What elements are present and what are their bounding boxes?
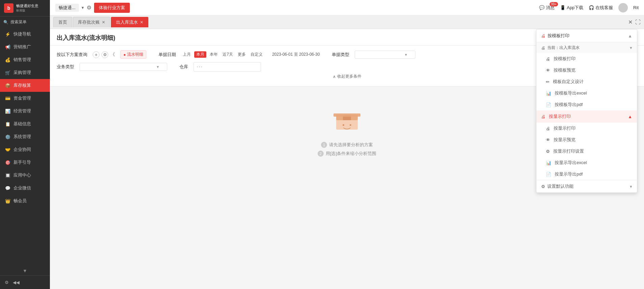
sidebar-item-quick-nav[interactable]: ⚡ 快捷导航 <box>0 28 50 41</box>
tab-batch[interactable]: 库存批次账 ✕ <box>73 17 110 27</box>
sidebar-item-label: 营销推广 <box>13 44 31 50</box>
main-content: 畅捷通... ▾ ⚙ 体验行业方案 💬 消息 99+ 📱 App下载 🎧 在线客… <box>50 0 644 289</box>
finance-icon: 💳 <box>5 95 11 101</box>
inventory-icon: 📦 <box>5 82 11 88</box>
sidebar-item-label: 资金管理 <box>13 95 31 101</box>
current-template-arrow: ▾ <box>630 45 632 50</box>
sidebar-item-inventory[interactable]: 📦 库存核算 <box>0 79 50 92</box>
tab-home-label: 首页 <box>58 19 67 25</box>
sidebar-collapse-icon[interactable]: ◀◀ <box>13 280 20 285</box>
sidebar-settings-icon[interactable]: ⚙ <box>5 280 9 285</box>
msg-btn[interactable]: 💬 消息 99+ <box>539 5 555 11</box>
dropdown-item-template-preview[interactable]: 👁 按模板预览 <box>536 64 637 76</box>
service-label: 在线客服 <box>595 5 613 11</box>
sales-icon: 💰 <box>5 57 11 63</box>
sidebar-item-finance[interactable]: 💳 资金管理 <box>0 92 50 105</box>
tab-batch-close[interactable]: ✕ <box>102 20 105 25</box>
sidebar-item-wechat[interactable]: 💬 企业微信 <box>0 182 50 194</box>
app-icon: 📱 <box>560 5 565 10</box>
sidebar-item-marketing[interactable]: 📢 营销推广 <box>0 41 50 53</box>
dropdown-item-display-pdf[interactable]: 📄 按显示导出pdf <box>536 168 637 180</box>
template-customize-label: 模板自定义设计 <box>553 79 584 85</box>
sidebar-item-purchase[interactable]: 🛒 采购管理 <box>0 66 50 79</box>
date-shortcut-7days[interactable]: 近7天 <box>221 51 234 58</box>
current-label: 当前：出入库流水 <box>547 45 580 51</box>
filter-settings-btn[interactable]: ⚙ <box>101 51 108 58</box>
template-excel-icon: 📊 <box>546 91 551 96</box>
dropdown-header: 🖨 按模板打印 ▲ <box>536 29 637 43</box>
dropdown-item-template-pdf[interactable]: 📄 按模板导出pdf <box>536 99 637 110</box>
dropdown-display-section-header[interactable]: 🖨 按显示打印 ▲ <box>536 110 637 123</box>
sidebar-item-label: 采购管理 <box>13 70 31 76</box>
sidebar-logo: b 畅捷通好生意 标准版 <box>0 0 50 17</box>
template-print-icon: 🖨 <box>546 56 550 61</box>
sidebar-item-label: 企业协同 <box>13 147 31 153</box>
user-name-display[interactable]: Rit <box>633 5 639 10</box>
date-shortcut-this-year[interactable]: 本年 <box>208 51 219 58</box>
dropdown-item-display-preview[interactable]: 👁 按显示预览 <box>536 134 637 146</box>
sidebar-search[interactable]: 🔍 搜索菜单 <box>0 17 50 28</box>
display-section-icon: 🖨 <box>541 114 546 119</box>
date-shortcut-this-month[interactable]: 本月 <box>194 51 206 58</box>
footer-text: ⚙ 设置默认功能 <box>541 183 574 189</box>
svg-point-5 <box>350 124 351 126</box>
tab-home[interactable]: 首页 <box>53 17 72 27</box>
dropdown-collapse-icon[interactable]: ▲ <box>628 33 632 38</box>
active-filter-tag[interactable]: ● 流水明细 <box>120 50 146 59</box>
dropdown-item-template-customize[interactable]: ✏ 模板自定义设计 <box>536 76 637 87</box>
industry-btn[interactable]: 体验行业方案 <box>94 3 130 13</box>
tab-flow-close[interactable]: ✕ <box>140 20 143 25</box>
empty-tip-1: 1 请先选择要分析的方案 <box>321 142 373 148</box>
display-section-arrow: ▲ <box>628 114 632 119</box>
sidebar-bottom: ⚙ ◀◀ <box>0 275 50 289</box>
collapse-more-btn[interactable]: ∧ 收起更多条件 <box>333 74 361 79</box>
msg-icon: 💬 <box>539 5 545 10</box>
logo-icon: b <box>4 3 13 13</box>
sidebar-item-label: 畅会员 <box>13 198 27 204</box>
sidebar-item-coop[interactable]: 🤝 企业协同 <box>0 143 50 156</box>
vip-icon: 👑 <box>5 198 11 204</box>
dropdown-item-display-excel[interactable]: 📊 按显示导出excel <box>536 157 637 168</box>
logo-text: 畅捷通好生意 标准版 <box>16 3 38 12</box>
display-excel-label: 按显示导出excel <box>555 160 587 166</box>
username-dropdown-icon[interactable]: ▾ <box>82 5 84 10</box>
warehouse-more-btn[interactable]: ··· <box>197 64 203 70</box>
warehouse-select[interactable]: ··· <box>194 62 261 72</box>
tab-flow[interactable]: 出入库流水 ✕ <box>111 17 148 27</box>
sidebar-item-sales[interactable]: 💰 销售管理 <box>0 53 50 66</box>
doc-type-arrow-icon: ▾ <box>405 52 407 57</box>
tab-close-all-btn[interactable]: ✕ <box>628 19 633 25</box>
user-avatar[interactable] <box>618 3 628 12</box>
dropdown-item-template-excel[interactable]: 📊 按模板导出excel <box>536 87 637 99</box>
display-settings-icon: ⚙ <box>546 149 550 154</box>
dropdown-item-display-print[interactable]: 🖨 按显示打印 <box>536 123 637 134</box>
dropdown-item-display-settings[interactable]: ⚙ 按显示打印设置 <box>536 146 637 157</box>
date-shortcut-more[interactable]: 更多 <box>236 51 247 58</box>
purchase-icon: 🛒 <box>5 70 11 76</box>
date-shortcut-last-month[interactable]: 上月 <box>181 51 192 58</box>
empty-tip-1-text: 请先选择要分析的方案 <box>329 142 373 148</box>
dropdown-footer[interactable]: ⚙ 设置默认功能 ▾ <box>536 180 637 192</box>
tip-num-1: 1 <box>321 142 327 148</box>
date-shortcut-custom[interactable]: 自定义 <box>249 51 264 58</box>
sidebar-item-basic[interactable]: 📋 基础信息 <box>0 117 50 130</box>
service-btn[interactable]: 🎧 在线客服 <box>589 5 613 11</box>
tab-expand-btn[interactable]: ⛶ <box>635 19 641 25</box>
filter-collapse-btn[interactable]: 《 <box>110 52 115 58</box>
topbar-gear-icon[interactable]: ⚙ <box>87 4 91 11</box>
filter-add-btn[interactable]: + <box>93 51 99 58</box>
sidebar-item-guide[interactable]: 🎯 新手引导 <box>0 156 50 169</box>
sidebar-item-label: 基础信息 <box>13 121 31 127</box>
app-download-btn[interactable]: 📱 App下载 <box>560 5 583 11</box>
sidebar-item-system[interactable]: ⚙️ 系统管理 <box>0 130 50 143</box>
sidebar-item-vip[interactable]: 👑 畅会员 <box>0 194 50 207</box>
biz-type-select[interactable]: ▾ <box>80 63 167 71</box>
sidebar-item-operations[interactable]: 📊 经营管理 <box>0 105 50 117</box>
guide-icon: 🎯 <box>5 159 11 165</box>
doc-type-select[interactable]: ▾ <box>355 51 415 59</box>
sidebar-item-apps[interactable]: 🔲 应用中心 <box>0 169 50 182</box>
svg-rect-3 <box>333 113 360 117</box>
footer-settings-icon: ⚙ <box>541 184 545 189</box>
msg-badge: 99+ <box>550 2 558 6</box>
dropdown-item-template-print[interactable]: 🖨 按模板打印 <box>536 53 637 64</box>
